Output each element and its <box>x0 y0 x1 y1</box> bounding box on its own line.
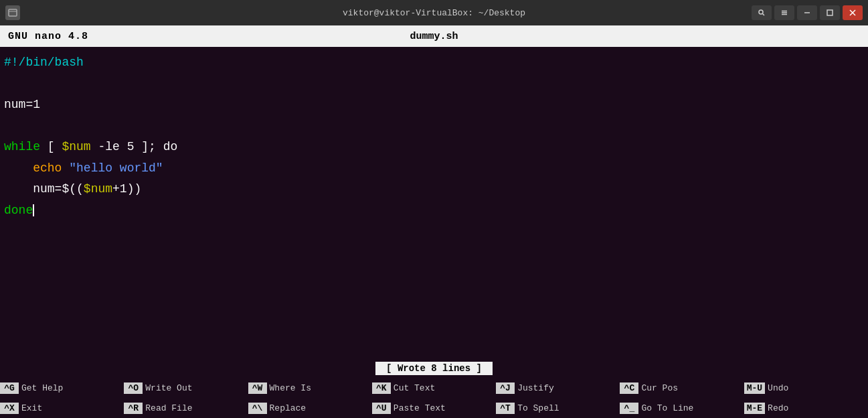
code-line-8: done <box>4 200 864 222</box>
cursor <box>33 204 34 216</box>
shortcut-key-go-to-line: ^_ <box>620 403 638 414</box>
shortcut-label-cur-pos: Cur Pos <box>641 383 678 393</box>
svg-line-3 <box>763 14 765 16</box>
shortcut-justify: ^J Justify <box>496 378 620 398</box>
shortcut-key-get-help: ^G <box>0 382 19 394</box>
status-bar: [ Wrote 8 lines ] <box>0 359 868 378</box>
shortcut-to-spell: ^T To Spell <box>496 398 620 418</box>
shortcut-label-exit: Exit <box>21 403 42 413</box>
shortcut-label-go-to-line: Go To Line <box>641 403 693 413</box>
shortcut-key-cur-pos: ^C <box>620 382 638 394</box>
shortcut-key-write-out: ^O <box>124 382 143 394</box>
shortcut-label-cut-text: Cut Text <box>394 383 435 393</box>
shortcut-write-out: ^O Write Out <box>124 378 248 398</box>
code-line-2 <box>4 74 864 95</box>
shortcuts-bar: ^G Get Help ^O Write Out ^W Where Is ^K … <box>0 378 868 418</box>
shortcut-key-where-is: ^W <box>248 382 267 394</box>
shortcut-key-redo: M-E <box>744 403 765 414</box>
shortcut-label-read-file: Read File <box>145 403 192 413</box>
code-line-3: num=1 <box>4 94 864 116</box>
code-line-6: echo "hello world" <box>4 158 864 180</box>
shortcut-label-justify: Justify <box>517 383 554 393</box>
search-button[interactable] <box>752 5 772 20</box>
shortcut-label-replace: Replace <box>270 403 307 413</box>
shortcut-key-paste-text: ^U <box>372 403 391 414</box>
titlebar-left <box>5 5 20 20</box>
shortcut-row-2: ^X Exit ^R Read File ^\ Replace ^U Paste… <box>0 398 868 418</box>
nano-version: GNU nano 4.8 <box>8 31 88 42</box>
shortcut-key-to-spell: ^T <box>496 403 515 414</box>
minimize-button[interactable] <box>797 5 817 20</box>
shortcut-cur-pos: ^C Cur Pos <box>620 378 744 398</box>
app-icon <box>5 5 20 20</box>
nano-filename: dummy.sh <box>410 31 458 42</box>
shortcut-key-read-file: ^R <box>124 403 143 414</box>
code-line-7: num=$(($num+1)) <box>4 179 864 200</box>
shortcut-cut-text: ^K Cut Text <box>372 378 496 398</box>
code-line-5: while [ $num -le 5 ]; do <box>4 137 864 158</box>
shortcut-key-exit: ^X <box>0 403 19 414</box>
shortcut-paste-text: ^U Paste Text <box>372 398 496 418</box>
shortcut-label-where-is: Where Is <box>270 383 311 393</box>
shortcut-redo: M-E Redo <box>744 398 868 418</box>
code-line-1: #!/bin/bash <box>4 52 864 74</box>
shortcut-replace: ^\ Replace <box>248 398 372 418</box>
titlebar: viktor@viktor-VirtualBox: ~/Desktop <box>0 0 868 25</box>
titlebar-title: viktor@viktor-VirtualBox: ~/Desktop <box>343 8 525 18</box>
nano-header: GNU nano 4.8 dummy.sh <box>0 25 868 47</box>
shortcut-label-redo: Redo <box>768 403 788 413</box>
shortcut-row-1: ^G Get Help ^O Write Out ^W Where Is ^K … <box>0 378 868 398</box>
svg-point-2 <box>759 10 763 14</box>
shortcut-key-justify: ^J <box>496 382 515 394</box>
shortcut-label-write-out: Write Out <box>145 383 192 393</box>
maximize-button[interactable] <box>820 5 840 20</box>
shortcut-label-to-spell: To Spell <box>517 403 559 413</box>
svg-rect-0 <box>9 9 17 16</box>
shortcut-get-help: ^G Get Help <box>0 378 124 398</box>
shortcut-go-to-line: ^_ Go To Line <box>620 398 744 418</box>
close-button[interactable] <box>843 5 863 20</box>
editor[interactable]: #!/bin/bash num=1 while [ $num -le 5 ]; … <box>0 47 868 359</box>
shortcut-key-cut-text: ^K <box>372 382 391 394</box>
shortcut-label-paste-text: Paste Text <box>394 403 446 413</box>
code-line-4 <box>4 116 864 137</box>
shortcut-read-file: ^R Read File <box>124 398 248 418</box>
shortcut-label-get-help: Get Help <box>21 383 63 393</box>
shortcut-undo: M-U Undo <box>744 378 868 398</box>
status-message: [ Wrote 8 lines ] <box>375 362 493 375</box>
shortcut-key-undo: M-U <box>744 382 765 394</box>
shortcut-label-undo: Undo <box>768 383 788 393</box>
svg-rect-8 <box>827 10 833 15</box>
menu-button[interactable] <box>774 5 794 20</box>
shortcut-key-replace: ^\ <box>248 403 267 414</box>
shortcut-where-is: ^W Where Is <box>248 378 372 398</box>
titlebar-controls <box>752 5 863 20</box>
shortcut-exit: ^X Exit <box>0 398 124 418</box>
